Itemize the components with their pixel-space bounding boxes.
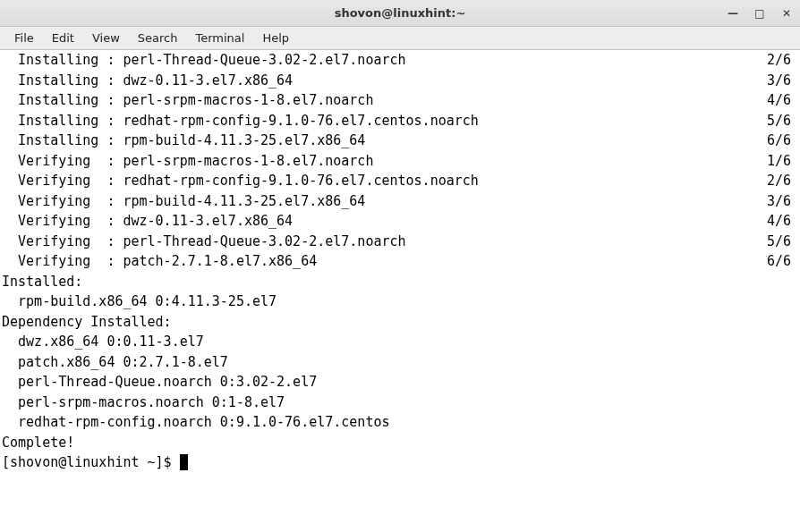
terminal-line-left: Verifying : rpm-build-4.11.3-25.el7.x86_… bbox=[2, 191, 365, 212]
maximize-icon[interactable]: □ bbox=[752, 5, 768, 21]
terminal-line-left: Installing : perl-srpm-macros-1-8.el7.no… bbox=[2, 90, 373, 111]
terminal-line: Verifying : rpm-build-4.11.3-25.el7.x86_… bbox=[2, 191, 796, 212]
terminal-line-left: Installing : dwz-0.11-3.el7.x86_64 bbox=[2, 71, 293, 91]
terminal-line-counter: 4/6 bbox=[767, 211, 796, 232]
terminal-line: Verifying : patch-2.7.1-8.el7.x86_646/6 bbox=[2, 251, 796, 272]
terminal-cursor bbox=[180, 454, 188, 470]
terminal-prompt: [shovon@linuxhint ~]$ bbox=[2, 454, 180, 470]
terminal-line-counter: 1/6 bbox=[767, 151, 796, 172]
menu-search[interactable]: Search bbox=[129, 29, 187, 47]
terminal-line-counter: 4/6 bbox=[767, 90, 796, 111]
menu-view[interactable]: View bbox=[83, 29, 129, 47]
terminal-line: Installing : redhat-rpm-config-9.1.0-76.… bbox=[2, 111, 796, 131]
terminal-line: Installing : rpm-build-4.11.3-25.el7.x86… bbox=[2, 131, 796, 151]
terminal-line: Dependency Installed: bbox=[2, 312, 796, 333]
terminal-line-counter: 5/6 bbox=[767, 232, 796, 252]
menu-file[interactable]: File bbox=[5, 29, 43, 47]
terminal-line: rpm-build.x86_64 0:4.11.3-25.el7 bbox=[2, 291, 796, 312]
terminal-line: Installing : dwz-0.11-3.el7.x86_643/6 bbox=[2, 71, 796, 91]
terminal-line-counter: 3/6 bbox=[767, 191, 796, 212]
terminal-line-left: Verifying : perl-srpm-macros-1-8.el7.noa… bbox=[2, 151, 373, 172]
terminal-line: redhat-rpm-config.noarch 0:9.1.0-76.el7.… bbox=[2, 412, 796, 433]
terminal-line: Verifying : perl-srpm-macros-1-8.el7.noa… bbox=[2, 151, 796, 172]
terminal-line-counter: 3/6 bbox=[767, 71, 796, 91]
terminal-line-counter: 2/6 bbox=[767, 50, 796, 71]
terminal-line: perl-Thread-Queue.noarch 0:3.02-2.el7 bbox=[2, 372, 796, 393]
terminal-line-counter: 6/6 bbox=[767, 251, 796, 272]
terminal-line: Verifying : redhat-rpm-config-9.1.0-76.e… bbox=[2, 171, 796, 191]
terminal-line-left: Verifying : redhat-rpm-config-9.1.0-76.e… bbox=[2, 171, 479, 191]
terminal-line: Installing : perl-srpm-macros-1-8.el7.no… bbox=[2, 90, 796, 111]
terminal-line-left: Installing : perl-Thread-Queue-3.02-2.el… bbox=[2, 50, 406, 71]
terminal-line-left: Installing : redhat-rpm-config-9.1.0-76.… bbox=[2, 111, 479, 131]
terminal-output[interactable]: Installing : perl-Thread-Queue-3.02-2.el… bbox=[0, 50, 800, 532]
terminal-line: patch.x86_64 0:2.7.1-8.el7 bbox=[2, 352, 796, 373]
menu-terminal[interactable]: Terminal bbox=[186, 29, 253, 47]
terminal-line-left: Installing : rpm-build-4.11.3-25.el7.x86… bbox=[2, 131, 365, 151]
menu-help[interactable]: Help bbox=[253, 29, 298, 47]
terminal-line: perl-srpm-macros.noarch 0:1-8.el7 bbox=[2, 393, 796, 413]
terminal-line-left: Verifying : dwz-0.11-3.el7.x86_64 bbox=[2, 211, 293, 232]
terminal-prompt-line[interactable]: [shovon@linuxhint ~]$ bbox=[2, 452, 796, 473]
terminal-line: Installing : perl-Thread-Queue-3.02-2.el… bbox=[2, 50, 796, 71]
terminal-line-counter: 5/6 bbox=[767, 111, 796, 131]
menubar: File Edit View Search Terminal Help bbox=[0, 27, 800, 50]
minimize-icon[interactable]: — bbox=[725, 5, 741, 21]
menu-edit[interactable]: Edit bbox=[43, 29, 83, 47]
terminal-line-counter: 2/6 bbox=[767, 171, 796, 191]
window-controls: — □ ✕ bbox=[725, 0, 795, 26]
window-titlebar: shovon@linuxhint:~ — □ ✕ bbox=[0, 0, 800, 27]
close-icon[interactable]: ✕ bbox=[779, 5, 795, 21]
terminal-line: dwz.x86_64 0:0.11-3.el7 bbox=[2, 332, 796, 352]
terminal-line-left: Verifying : patch-2.7.1-8.el7.x86_64 bbox=[2, 251, 317, 272]
terminal-line-counter: 6/6 bbox=[767, 131, 796, 151]
terminal-line: Verifying : dwz-0.11-3.el7.x86_644/6 bbox=[2, 211, 796, 232]
window-title: shovon@linuxhint:~ bbox=[335, 6, 466, 20]
terminal-line-left: Verifying : perl-Thread-Queue-3.02-2.el7… bbox=[2, 232, 406, 252]
terminal-line: Complete! bbox=[2, 433, 796, 453]
terminal-line: Installed: bbox=[2, 272, 796, 292]
terminal-line: Verifying : perl-Thread-Queue-3.02-2.el7… bbox=[2, 232, 796, 252]
